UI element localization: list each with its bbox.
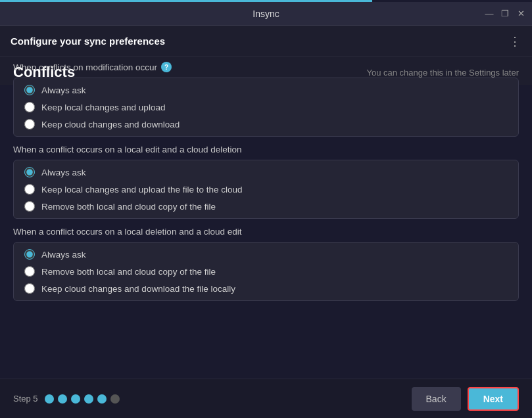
section3-option3[interactable]: Keep cloud changes and download the file… bbox=[24, 283, 508, 294]
section1-option1[interactable]: Always ask bbox=[24, 85, 508, 95]
step-dots bbox=[45, 394, 120, 404]
section1-label3: Keep cloud changes and download bbox=[41, 120, 180, 129]
step-dot-1 bbox=[45, 394, 54, 404]
section3-label2: Remove both local and cloud copy of the … bbox=[41, 267, 216, 277]
maximize-button[interactable]: ❐ bbox=[499, 8, 511, 20]
window-controls: — ❐ ✕ bbox=[483, 8, 527, 20]
section3-radio-group: Always ask Remove both local and cloud c… bbox=[13, 242, 519, 301]
app-title: Insync bbox=[253, 9, 279, 19]
footer: Step 5 Back Next bbox=[0, 379, 532, 418]
header-title: Configure your sync preferences bbox=[11, 35, 165, 47]
section3-radio2[interactable] bbox=[24, 266, 35, 277]
step-label: Step 5 bbox=[13, 394, 38, 404]
step-dot-4 bbox=[84, 394, 93, 404]
section1-radio2[interactable] bbox=[24, 102, 35, 112]
section1-radio3[interactable] bbox=[24, 119, 35, 129]
section2-label1: Always ask bbox=[41, 168, 86, 177]
header-menu-button[interactable]: ⋮ bbox=[509, 34, 521, 49]
section3-option1[interactable]: Always ask bbox=[24, 249, 508, 260]
section1-label1: Always ask bbox=[41, 85, 86, 95]
section2-radio2[interactable] bbox=[24, 184, 35, 195]
section1-radio1[interactable] bbox=[24, 85, 35, 95]
back-button[interactable]: Back bbox=[412, 387, 461, 411]
section3-label3: Keep cloud changes and download the file… bbox=[41, 284, 235, 294]
step-dot-6 bbox=[110, 394, 120, 404]
section1-option3[interactable]: Keep cloud changes and download bbox=[24, 119, 508, 129]
content-area: When conflicts on modification occur ? A… bbox=[0, 55, 532, 379]
section2-option2[interactable]: Keep local changes and upload the file t… bbox=[24, 184, 508, 195]
title-bar: Insync — ❐ ✕ bbox=[0, 2, 532, 26]
minimize-button[interactable]: — bbox=[483, 8, 495, 20]
section2-option3[interactable]: Remove both local and cloud copy of the … bbox=[24, 201, 508, 212]
section3-radio3[interactable] bbox=[24, 283, 35, 294]
section3-label1: Always ask bbox=[41, 250, 86, 260]
section2-label2: Keep local changes and upload the file t… bbox=[41, 185, 242, 195]
footer-buttons: Back Next bbox=[412, 387, 519, 411]
close-button[interactable]: ✕ bbox=[515, 8, 527, 20]
section2-label3: Remove both local and cloud copy of the … bbox=[41, 202, 216, 212]
section-modification-conflict: When conflicts on modification occur ? A… bbox=[13, 62, 519, 137]
section2-option1[interactable]: Always ask bbox=[24, 167, 508, 177]
next-button[interactable]: Next bbox=[468, 387, 519, 411]
header: Configure your sync preferences ⋮ bbox=[0, 26, 532, 57]
help-icon-section1[interactable]: ? bbox=[161, 62, 172, 72]
section1-label: When conflicts on modification occur ? bbox=[13, 62, 519, 72]
step-info: Step 5 bbox=[13, 394, 120, 404]
section2-label: When a conflict occurs on a local edit a… bbox=[13, 145, 519, 154]
section2-radio1[interactable] bbox=[24, 167, 35, 177]
section2-radio-group: Always ask Keep local changes and upload… bbox=[13, 160, 519, 219]
section3-radio1[interactable] bbox=[24, 249, 35, 260]
section1-option2[interactable]: Keep local changes and upload bbox=[24, 102, 508, 112]
step-dot-5 bbox=[97, 394, 107, 404]
section1-radio-group: Always ask Keep local changes and upload… bbox=[13, 78, 519, 137]
section1-label2: Keep local changes and upload bbox=[41, 103, 165, 112]
section-local-edit-cloud-deletion: When a conflict occurs on a local edit a… bbox=[13, 145, 519, 219]
step-dot-3 bbox=[71, 394, 80, 404]
section-local-deletion-cloud-edit: When a conflict occurs on a local deleti… bbox=[13, 227, 519, 301]
section2-radio3[interactable] bbox=[24, 201, 35, 212]
section3-label: When a conflict occurs on a local deleti… bbox=[13, 227, 519, 237]
step-dot-2 bbox=[58, 394, 67, 404]
section3-option2[interactable]: Remove both local and cloud copy of the … bbox=[24, 266, 508, 277]
